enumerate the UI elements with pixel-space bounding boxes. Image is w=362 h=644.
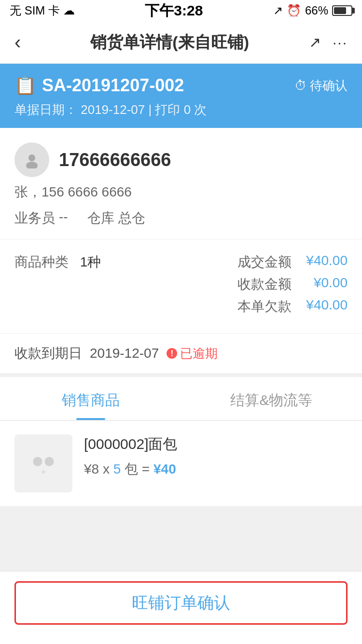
overdue-badge: ! 已逾期 — [167, 345, 218, 362]
status-left: 无 SIM 卡 ☁ — [10, 3, 75, 18]
salesman-label: 业务员 — [14, 209, 55, 227]
product-thumbnail: + — [14, 434, 72, 492]
debt-amount-row: 本单欠款 ¥40.00 — [237, 297, 348, 316]
order-status: ⏱ 待确认 — [294, 77, 348, 94]
svg-point-1 — [26, 162, 38, 168]
amount-summary: 成交金额 ¥40.00 收款金额 ¥0.00 本单欠款 ¥40.00 — [237, 253, 348, 320]
product-qty: 5 — [113, 462, 121, 476]
clock-icon: ⏱ — [294, 78, 307, 93]
svg-text:+: + — [41, 467, 46, 477]
product-details: [0000002]面包 ¥8 x 5 包 = ¥40 — [84, 434, 348, 478]
customer-avatar — [14, 142, 49, 177]
overdue-text: 已逾期 — [180, 345, 218, 362]
more-button[interactable]: ··· — [333, 34, 348, 51]
share-button[interactable]: ↗ — [309, 34, 321, 51]
customer-meta: 业务员 -- 仓库 总仓 — [14, 209, 348, 227]
order-date: 单据日期： 2019-12-07 | 打印 0 次 — [14, 101, 348, 118]
overdue-dot-icon: ! — [167, 348, 177, 359]
product-price: ¥8 x 5 包 = ¥40 — [84, 460, 348, 478]
received-amount-row: 收款金额 ¥0.00 — [237, 275, 348, 294]
product-type-label: 商品种类 — [14, 254, 69, 269]
product-list: + [0000002]面包 ¥8 x 5 包 = ¥40 — [0, 421, 362, 506]
customer-phone: 17666666666 — [59, 150, 171, 170]
battery-text: 66% — [305, 4, 328, 17]
received-label: 收款金额 — [237, 275, 292, 294]
page-title: 销货单详情(来自旺铺) — [30, 31, 309, 54]
customer-name: 张，156 6666 6666 — [14, 183, 348, 201]
location-icon: ↗ — [273, 4, 283, 17]
svg-point-3 — [44, 457, 54, 466]
order-header: 📋 SA-20191207-002 ⏱ 待确认 单据日期： 2019-12-07… — [0, 64, 362, 128]
transaction-label: 成交金额 — [237, 253, 292, 271]
product-type: 商品种类 1种 — [14, 253, 101, 271]
nav-actions: ↗ ··· — [309, 34, 348, 51]
due-date-label: 收款到期日 — [14, 344, 82, 363]
svg-point-2 — [33, 457, 42, 466]
warehouse-value: 总仓 — [118, 209, 145, 227]
tab-products[interactable]: 销售商品 — [0, 377, 181, 420]
summary-section: 商品种类 1种 成交金额 ¥40.00 收款金额 ¥0.00 本单欠款 ¥40.… — [0, 239, 362, 334]
status-bar: 无 SIM 卡 ☁ 下午3:28 ↗ ⏰ 66% — [0, 0, 362, 21]
salesman-value: -- — [59, 209, 68, 227]
due-date-value: 2019-12-07 — [90, 346, 159, 361]
battery-icon — [332, 5, 352, 16]
bottom-action-bar: 旺铺订单确认 — [0, 571, 362, 644]
customer-section: 17666666666 张，156 6666 6666 业务员 -- 仓库 总仓 — [0, 128, 362, 239]
tab-bar: 销售商品 结算&物流等 — [0, 377, 362, 420]
transaction-amount: ¥40.00 — [306, 253, 348, 271]
order-id: 📋 SA-20191207-002 — [14, 75, 184, 96]
svg-point-0 — [28, 154, 35, 161]
debt-label: 本单欠款 — [237, 297, 292, 316]
alarm-icon: ⏰ — [287, 4, 301, 17]
back-button[interactable]: ‹ — [14, 31, 30, 53]
sim-status: 无 SIM 卡 ☁ — [10, 3, 75, 18]
product-item: + [0000002]面包 ¥8 x 5 包 = ¥40 — [0, 421, 362, 506]
warehouse-label: 仓库 — [87, 209, 114, 227]
status-time: 下午3:28 — [145, 1, 203, 21]
product-total: ¥40 — [153, 462, 176, 476]
due-date-section: 收款到期日 2019-12-07 ! 已逾期 — [0, 334, 362, 377]
received-amount: ¥0.00 — [314, 275, 348, 294]
order-icon: 📋 — [14, 75, 36, 96]
nav-bar: ‹ 销货单详情(来自旺铺) ↗ ··· — [0, 21, 362, 64]
product-type-value: 1种 — [80, 254, 101, 269]
transaction-amount-row: 成交金额 ¥40.00 — [237, 253, 348, 271]
tab-settlement[interactable]: 结算&物流等 — [181, 377, 362, 420]
debt-amount: ¥40.00 — [306, 297, 348, 316]
confirm-order-button[interactable]: 旺铺订单确认 — [14, 581, 348, 625]
status-right: ↗ ⏰ 66% — [273, 4, 352, 17]
product-name: [0000002]面包 — [84, 434, 348, 454]
